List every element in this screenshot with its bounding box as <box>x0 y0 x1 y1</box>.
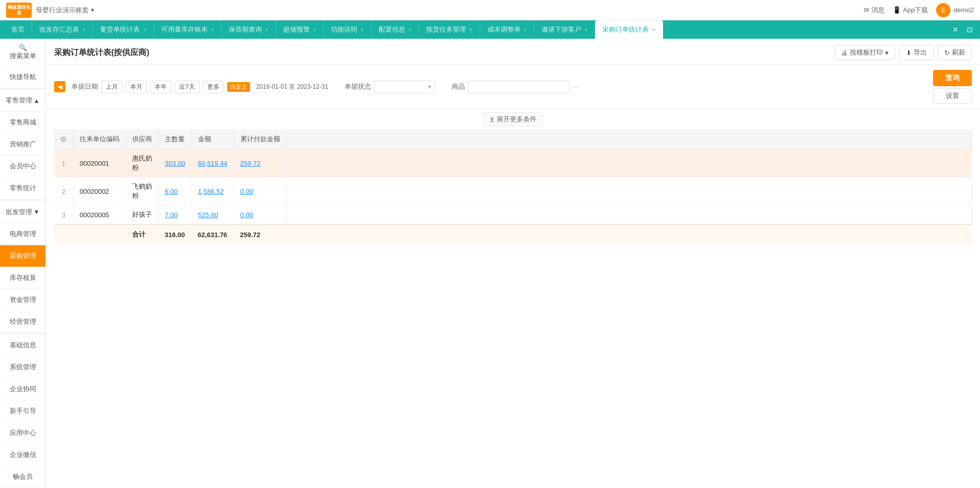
tab-expiry-query[interactable]: 保质期查询 × <box>222 20 276 39</box>
close-icon[interactable]: × <box>265 27 268 33</box>
query-button[interactable]: 查询 <box>933 70 972 86</box>
message-btn[interactable]: ✉ 消息 <box>864 6 885 15</box>
footer-paid: 259.72 <box>234 224 286 244</box>
sidebar-item-retail-stats[interactable]: 零售统计 <box>0 177 45 199</box>
close-icon[interactable]: × <box>408 27 411 33</box>
tab-purchase-summary[interactable]: 采购订单统计表 × <box>595 20 663 39</box>
row-paid: 0.00 <box>234 206 286 225</box>
nav-fullscreen-btn[interactable]: ⊡ <box>964 24 976 35</box>
chevron-down-icon: ▾ <box>885 49 889 57</box>
tab-cost-adjust[interactable]: 成本调整单 × <box>480 20 534 39</box>
sidebar-item-new-guide[interactable]: 新手引导 <box>0 400 45 422</box>
app-download-btn[interactable]: 📱 App下载 <box>893 6 928 15</box>
avatar: E <box>936 3 950 17</box>
top-bar: 畅捷通好生意 母婴行业演示账套 ▾ ✉ 消息 📱 App下载 E demo2 <box>0 0 980 20</box>
date-7days-btn[interactable]: 近7天 <box>175 81 200 93</box>
page-header: 采购订单统计表(按供应商) 🖨 按模板打印 ▾ ⬇ 导出 ↻ 刷新 <box>46 39 980 65</box>
sidebar-item-retail-mgmt[interactable]: 零售管理 ▲ <box>0 90 45 112</box>
close-icon[interactable]: × <box>652 27 655 33</box>
row-amount: 525.80 <box>191 206 234 225</box>
tab-order-summary[interactable]: 要货单统计表 × <box>93 20 154 39</box>
date-this-year-btn[interactable]: 本年 <box>150 81 172 93</box>
close-icon[interactable]: × <box>82 27 85 33</box>
gear-icon[interactable]: ⚙ <box>60 135 67 143</box>
goods-input[interactable] <box>468 81 570 93</box>
sidebar-item-wholesale-mgmt[interactable]: 批发管理 ▼ <box>0 201 45 223</box>
table-container: ⚙ 往来单位编码 供应商 主数量 金额 累计付款金额 1 <box>46 130 980 252</box>
close-icon[interactable]: × <box>584 27 587 33</box>
col-amount: 金额 <box>191 130 234 149</box>
close-icon[interactable]: × <box>469 27 472 33</box>
table-row[interactable]: 3 00020005 好孩子 7.00 525.80 0.00 <box>54 206 972 225</box>
footer-label: 合计 <box>126 224 159 244</box>
row-index: 2 <box>54 177 74 206</box>
sidebar-item-ecom-mgmt[interactable]: 电商管理 <box>0 223 45 245</box>
sidebar-item-corp-collab[interactable]: 企业协同 <box>0 378 45 400</box>
table-row[interactable]: 2 00020002 飞鹤奶粉 6.00 1,586.52 0.00 <box>54 177 972 206</box>
status-select-wrapper: 已确认 待确认 已关闭 <box>374 81 435 93</box>
row-paid: 259.72 <box>234 149 286 177</box>
refresh-button[interactable]: ↻ 刷新 <box>938 45 972 60</box>
sidebar-item-sys-mgmt[interactable]: 系统管理 <box>0 356 45 378</box>
nav-right-buttons: ✕ ⊡ <box>949 24 976 35</box>
expand-row: ⊻ 展开更多条件 <box>46 109 980 130</box>
sidebar-item-search[interactable]: 🔍 搜索菜单 <box>0 39 45 66</box>
sidebar: 🔍 搜索菜单 快捷导航 零售管理 ▲ 零售商城 营销推广 会员中心 零售统计 批… <box>0 39 46 488</box>
date-this-month-btn[interactable]: 本月 <box>126 81 147 93</box>
top-bar-right: ✉ 消息 📱 App下载 E demo2 <box>864 3 974 17</box>
sidebar-item-purchase-mgmt[interactable]: 采购管理 <box>0 245 45 267</box>
custom-date-badge[interactable]: 自定义 <box>227 82 250 92</box>
close-icon[interactable]: × <box>313 27 316 33</box>
goods-more-icon[interactable]: ··· <box>573 83 579 91</box>
sidebar-item-operation[interactable]: 经营管理 <box>0 311 45 333</box>
tab-inventory-ledger[interactable]: 可用量库存账本 × <box>154 20 222 39</box>
tab-overstock-warning[interactable]: 超储预警 × <box>276 20 324 39</box>
tab-pick-task[interactable]: 拣货任务管理 × <box>419 20 480 39</box>
sidebar-item-finance[interactable]: 资金管理 <box>0 289 45 311</box>
workspace-selector[interactable]: 母婴行业演示账套 ▾ <box>36 6 94 15</box>
close-icon[interactable]: × <box>211 27 214 33</box>
sidebar-item-corp-wechat[interactable]: 企业微信 <box>0 444 45 466</box>
tab-collect-pay[interactable]: 收发存汇总表 × <box>32 20 93 39</box>
date-more-btn[interactable]: 更多 <box>203 81 224 93</box>
setting-button[interactable]: 设置 <box>933 88 972 104</box>
top-bar-left: 畅捷通好生意 母婴行业演示账套 ▾ <box>6 3 94 18</box>
sidebar-item-basic-info[interactable]: 基础信息 <box>0 335 45 356</box>
tab-home[interactable]: 首页 <box>4 20 32 39</box>
sidebar-item-retail-store[interactable]: 零售商城 <box>0 112 45 134</box>
sidebar-item-membership[interactable]: 会员中心 <box>0 156 45 177</box>
col-code: 往来单位编码 <box>74 130 126 149</box>
row-index: 3 <box>54 206 74 225</box>
goods-filter-group: 商品 ··· <box>452 81 579 93</box>
export-button[interactable]: ⬇ 导出 <box>899 45 934 60</box>
nav-close-btn[interactable]: ✕ <box>949 24 962 35</box>
row-supplier: 飞鹤奶粉 <box>126 177 159 206</box>
sidebar-item-quick-nav[interactable]: 快捷导航 <box>0 66 45 88</box>
tab-config-info[interactable]: 配置信息 × <box>372 20 419 39</box>
footer-qty: 316.00 <box>159 224 192 244</box>
tab-function-desc[interactable]: 功能说明 × <box>324 20 371 39</box>
sidebar-item-inventory[interactable]: 库存核算 <box>0 267 45 289</box>
print-button[interactable]: 🖨 按模板打印 ▾ <box>835 45 895 60</box>
refresh-icon: ↻ <box>944 49 950 57</box>
sidebar-item-app-center[interactable]: 应用中心 <box>0 422 45 444</box>
sidebar-item-marketing[interactable]: 营销推广 <box>0 134 45 156</box>
date-filter-group: 单据日期 上月 本月 本年 近7天 更多 自定义 <box>71 81 250 93</box>
status-select[interactable]: 已确认 待确认 已关闭 <box>374 81 435 93</box>
expand-more-btn[interactable]: ⊻ 展开更多条件 <box>483 112 543 126</box>
export-icon: ⬇ <box>906 49 912 57</box>
row-qty: 303.00 <box>159 149 192 177</box>
close-icon[interactable]: × <box>524 27 527 33</box>
row-qty: 6.00 <box>159 177 192 206</box>
tab-invite-downstream[interactable]: 邀请下游客户 × <box>534 20 595 39</box>
close-icon[interactable]: × <box>143 27 146 33</box>
col-supplier: 供应商 <box>126 130 159 149</box>
table-row[interactable]: 1 00020001 惠氏奶粉 303.00 60,519.44 259.72 <box>54 149 972 177</box>
row-qty: 7.00 <box>159 206 192 225</box>
close-icon[interactable]: × <box>360 27 363 33</box>
user-area[interactable]: E demo2 <box>936 3 974 17</box>
date-last-month-btn[interactable]: 上月 <box>101 81 122 93</box>
filter-toggle-btn[interactable]: ◀ <box>54 81 65 92</box>
data-table: ⚙ 往来单位编码 供应商 主数量 金额 累计付款金额 1 <box>54 130 972 244</box>
sidebar-item-member-card[interactable]: 畅会员 <box>0 466 45 488</box>
